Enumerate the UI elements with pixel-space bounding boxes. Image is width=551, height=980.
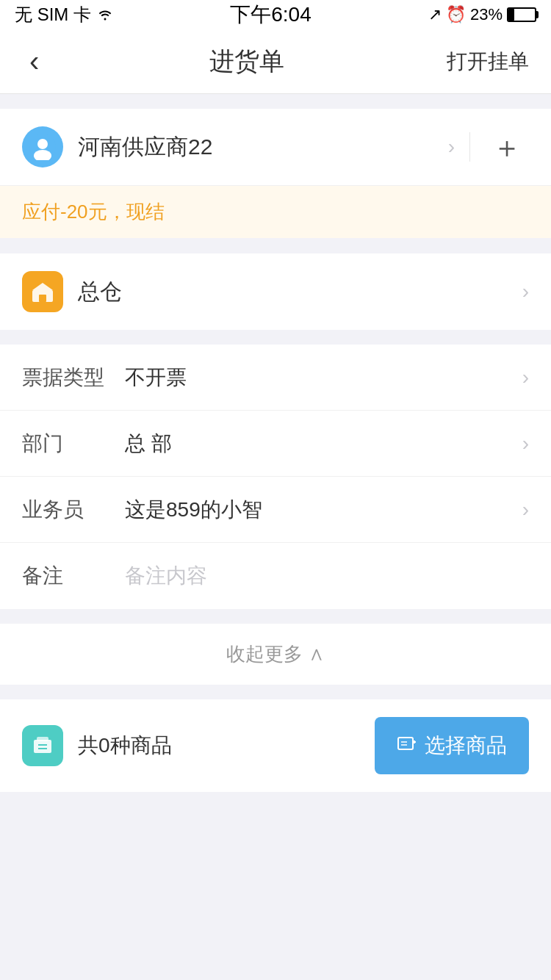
status-bar-time: 下午6:04	[230, 1, 311, 29]
warehouse-section: 总仓 ›	[0, 253, 551, 330]
footer-section: 共0种商品 选择商品	[0, 699, 551, 792]
open-pending-button[interactable]: 打开挂单	[447, 48, 529, 76]
remark-label: 备注	[22, 562, 110, 590]
salesperson-row[interactable]: 业务员 这是859的小智 ›	[0, 477, 551, 543]
status-bar-right: ↗ ⏰ 23%	[428, 5, 536, 24]
department-label: 部门	[22, 430, 110, 458]
divider-1	[0, 94, 551, 109]
collapse-label: 收起更多 ∧	[226, 641, 324, 667]
add-supplier-button[interactable]: ＋	[485, 127, 529, 167]
warehouse-row[interactable]: 总仓 ›	[0, 253, 551, 330]
svg-rect-5	[39, 295, 46, 302]
remark-input[interactable]: 备注内容	[110, 562, 529, 590]
back-button[interactable]: ‹	[22, 37, 46, 85]
department-row[interactable]: 部门 总 部 ›	[0, 411, 551, 477]
form-section: 票据类型 不开票 › 部门 总 部 › 业务员 这是859的小智 › 备注 备注…	[0, 345, 551, 609]
svg-rect-7	[37, 737, 48, 741]
alarm-icon: ⏰	[446, 5, 466, 24]
supplier-divider	[469, 132, 470, 162]
supplier-name: 河南供应商22	[78, 132, 448, 162]
page-title: 进货单	[209, 45, 284, 79]
department-value: 总 部	[110, 430, 522, 458]
remark-row[interactable]: 备注 备注内容	[0, 543, 551, 609]
battery-percent: 23%	[470, 5, 503, 24]
carrier-label: 无 SIM 卡	[15, 3, 91, 26]
status-bar: 无 SIM 卡 下午6:04 ↗ ⏰ 23%	[0, 0, 551, 29]
salesperson-chevron-icon: ›	[522, 498, 529, 522]
location-icon: ↗	[428, 5, 442, 24]
svg-marker-4	[32, 283, 53, 290]
notice-text: 应付-20元，现结	[22, 201, 165, 223]
select-product-button[interactable]: 选择商品	[375, 717, 529, 774]
invoice-type-value: 不开票	[110, 364, 522, 392]
salesperson-label: 业务员	[22, 496, 110, 524]
warehouse-icon	[22, 271, 63, 312]
supplier-section: 河南供应商22 › ＋ 应付-20元，现结	[0, 109, 551, 238]
select-product-label: 选择商品	[425, 732, 507, 760]
invoice-type-label: 票据类型	[22, 364, 110, 392]
invoice-type-row[interactable]: 票据类型 不开票 ›	[0, 345, 551, 411]
supplier-row[interactable]: 河南供应商22 › ＋	[0, 109, 551, 186]
product-icon	[22, 725, 63, 766]
warehouse-name: 总仓	[78, 277, 522, 307]
warehouse-chevron-icon: ›	[522, 280, 529, 303]
salesperson-value: 这是859的小智	[110, 496, 522, 524]
svg-rect-6	[34, 740, 51, 753]
divider-2	[0, 238, 551, 253]
select-product-icon	[397, 733, 417, 759]
product-count-label: 共0种商品	[78, 732, 360, 760]
invoice-type-chevron-icon: ›	[522, 366, 529, 389]
status-bar-left: 无 SIM 卡	[15, 3, 113, 26]
battery-icon	[507, 7, 536, 22]
notice-bar: 应付-20元，现结	[0, 186, 551, 238]
collapse-button[interactable]: 收起更多 ∧	[0, 624, 551, 685]
department-chevron-icon: ›	[522, 432, 529, 455]
supplier-avatar	[22, 126, 63, 167]
svg-rect-10	[398, 738, 413, 749]
svg-point-1	[37, 139, 48, 149]
wifi-icon	[97, 4, 113, 25]
supplier-chevron-icon: ›	[448, 135, 455, 159]
nav-bar: ‹ 进货单 打开挂单	[0, 29, 551, 94]
